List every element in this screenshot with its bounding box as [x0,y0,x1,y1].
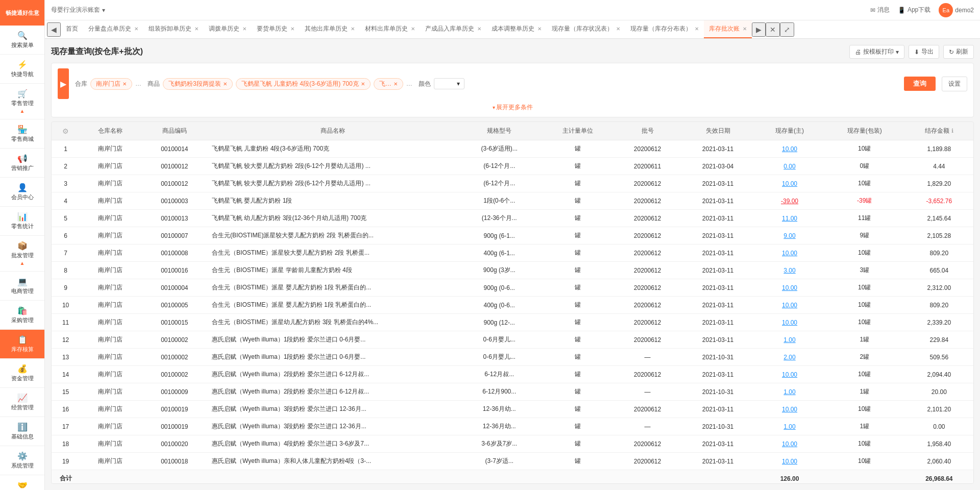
sidebar-item-quick-nav[interactable]: ⚡ 快捷导航 [0,55,44,84]
cell-qty-pack: -39罐 [824,192,905,210]
user-profile[interactable]: Ea demo2 [939,3,974,17]
sidebar-item-inventory[interactable]: 📋 库存核算 [0,330,44,359]
cell-qty-main: 10.00 [755,453,824,470]
table-row: 14 南岸门店 00100002 惠氏启赋（Wyeth illuma）2段奶粉 … [52,366,973,383]
sidebar-item-basic[interactable]: ℹ️ 基础信息 [0,417,44,446]
sidebar-item-member[interactable]: 👤 会员中心 [0,178,44,207]
warehouse-tag[interactable]: 南岸门店 ✕ [90,78,132,90]
tab-next-btn[interactable]: ▶ [752,22,766,37]
info-icon[interactable]: ℹ [951,128,953,134]
more-product-icon[interactable]: … [406,80,412,87]
finance-icon: 💰 [17,364,28,374]
tab-close-icon[interactable]: ✕ [411,26,415,32]
cell-qty-pack: 10罐 [824,366,905,383]
tab-inventory-dist[interactable]: 现存量（库存分布表）✕ [625,20,704,38]
sidebar-item-purchase[interactable]: 🛍️ 采购管理 [0,301,44,330]
tab-maximize-btn[interactable]: ⤢ [780,22,794,37]
sidebar-item-retail-shop[interactable]: 🏪 零售商城 [0,119,44,149]
cell-amount: 2,145.64 [905,210,973,227]
tab-close-icon[interactable]: ✕ [695,26,699,32]
cell-no: 10 [52,297,80,314]
product-tag-1[interactable]: 飞鹤奶粉3段两提装 ✕ [163,78,233,90]
inventory-icon: 📋 [17,335,28,345]
tab-close-icon[interactable]: ✕ [743,26,747,32]
cell-unit: 罐 [541,175,614,192]
tab-close-icon[interactable]: ✕ [194,26,199,32]
cell-name: 飞鹤星飞帆 较大婴儿配方奶粉 2段(6-12个月婴幼儿适用) ... [208,175,457,192]
refresh-btn[interactable]: ↻ 刷新 [943,45,974,59]
tab-material-out-history[interactable]: 材料出库单历史✕ [360,20,420,38]
cell-batch: 20200612 [614,140,681,158]
tab-disassemble-history[interactable]: 组装拆卸单历史✕ [143,20,204,38]
sidebar-item-retail-stats[interactable]: 📊 零售统计 [0,207,44,236]
tab-prev-btn[interactable]: ◀ [47,22,61,37]
close-icon[interactable]: ✕ [361,81,365,87]
sidebar-item-marketing[interactable]: 📢 营销推广 [0,149,44,178]
settings-icon[interactable]: ⚙ [62,127,69,135]
tab-close-icon[interactable]: ✕ [242,26,247,32]
tab-want-history[interactable]: 要货单历史✕ [252,20,300,38]
tab-close-icon[interactable]: ✕ [351,26,355,32]
tab-close-icon[interactable]: ✕ [290,26,295,32]
account-selector[interactable]: 母婴行业演示账套 ▾ [51,6,105,14]
cell-expire: 2021-03-11 [681,435,755,453]
sidebar-item-finance[interactable]: 💰 资金管理 [0,359,44,388]
cell-no: 8 [52,262,80,279]
cell-unit: 罐 [541,227,614,244]
query-btn[interactable]: 查询 [904,77,936,91]
cell-amount: 809.20 [905,244,973,262]
cell-unit: 罐 [541,418,614,435]
sidebar-label-quick-nav: 快捷导航 [11,70,34,78]
tab-close-icon[interactable]: ✕ [537,26,542,32]
sidebar-item-ecommerce[interactable]: 💻 电商管理 [0,272,44,301]
filter-expand-btn[interactable]: ▶ [58,68,69,99]
footer-amount: 26,968.64 [905,470,973,484]
close-icon[interactable]: ✕ [223,81,227,87]
sidebar-item-retail[interactable]: 🛒 零售管理 ▲ [0,84,44,119]
app-download-btn[interactable]: 📱 App下载 [898,6,930,14]
sidebar-item-business[interactable]: 📈 经营管理 [0,388,44,417]
tab-cost-adjust-history[interactable]: 成本调整单历史✕ [486,20,547,38]
product-tag-3[interactable]: 飞… ✕ [374,78,403,90]
print-btn[interactable]: 🖨 按模板打印 ▾ [849,45,904,59]
sidebar-item-search[interactable]: 🔍 搜索菜单 [0,26,44,55]
system-icon: ⚙️ [17,451,28,461]
table-row: 12 南岸门店 00100002 惠氏启赋（Wyeth illuma）1段奶粉 … [52,331,973,349]
tab-close-all-btn[interactable]: ✕ [766,22,780,37]
cell-code: 00100019 [141,401,208,418]
th-qty-main: 现存量(主) [755,122,824,140]
cell-name: 飞鹤星飞帆 婴儿配方奶粉 1段 [208,192,457,210]
tab-close-icon[interactable]: ✕ [616,26,620,32]
tab-home[interactable]: 首页 [61,20,83,38]
tab-product-in-history[interactable]: 产成品入库单历史✕ [420,20,486,38]
tab-other-out-history[interactable]: 其他出库单历史✕ [300,20,360,38]
close-icon[interactable]: ✕ [394,81,398,87]
sidebar-item-system[interactable]: ⚙️ 系统管理 [0,446,44,475]
tab-close-icon[interactable]: ✕ [477,26,481,32]
tab-close-icon[interactable]: ✕ [134,26,138,32]
tab-inventory-status[interactable]: 现存量（库存状况表）✕ [547,20,625,38]
sidebar-label-ecommerce: 电商管理 [11,287,34,295]
product-tag-2[interactable]: 飞鹤星飞帆 儿童奶粉 4段(3-6岁适用) 700克 ✕ [236,78,371,90]
setting-btn[interactable]: 设置 [942,77,967,91]
sidebar-item-enterprise[interactable]: 🤝 企业协同 [0,475,44,490]
tab-split-history[interactable]: 分量盘点单历史✕ [83,20,143,38]
page-title: 现存量查询(按仓库+批次) [51,46,143,57]
cell-qty-main: 9.00 [755,227,824,244]
message-btn[interactable]: ✉ 消息 [870,6,890,14]
expand-conditions-btn[interactable]: ▾ 展开更多条件 [493,103,533,112]
export-btn[interactable]: ⬇ 导出 [909,45,939,59]
avatar: Ea [939,3,953,17]
tab-batch-voucher[interactable]: 库存批次账✕ [704,20,752,38]
more-warehouse-icon[interactable]: … [135,80,141,87]
cell-warehouse: 南岸门店 [80,227,141,244]
cell-amount: 1,189.88 [905,140,973,158]
cell-amount: 509.56 [905,349,973,366]
sidebar-label-finance: 资金管理 [11,375,34,382]
color-dropdown[interactable]: ▾ [434,78,464,89]
cell-code: 00100018 [141,453,208,470]
close-icon[interactable]: ✕ [122,81,127,87]
sidebar-item-wholesale[interactable]: 📦 批发管理 ▲ [0,236,44,272]
tab-mix-history[interactable]: 调拨单历史✕ [204,20,252,38]
cell-code: 00100013 [141,210,208,227]
